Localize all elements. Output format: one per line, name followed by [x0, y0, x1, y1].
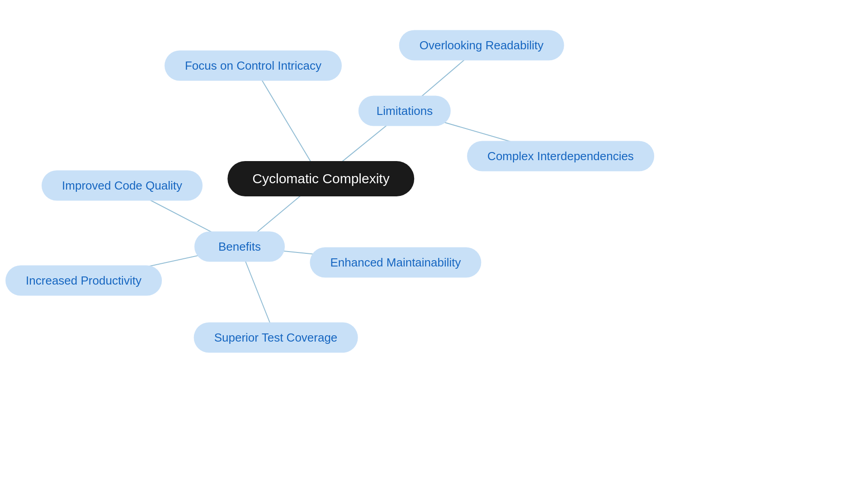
- superior-test-coverage-node: Superior Test Coverage: [194, 323, 358, 353]
- complex-interdependencies-node: Complex Interdependencies: [467, 141, 654, 171]
- focus-control-node: Focus on Control Intricacy: [165, 51, 342, 81]
- central-node: Cyclomatic Complexity: [227, 161, 414, 196]
- increased-productivity-node: Increased Productivity: [5, 266, 162, 296]
- benefits-node: Benefits: [194, 232, 285, 262]
- improved-code-quality-node: Improved Code Quality: [42, 171, 203, 201]
- connections-svg: [0, 0, 868, 490]
- enhanced-maintainability-node: Enhanced Maintainability: [310, 247, 481, 278]
- limitations-node: Limitations: [359, 96, 451, 126]
- overlooking-readability-node: Overlooking Readability: [399, 30, 564, 61]
- mind-map-container: Cyclomatic Complexity Limitations Benefi…: [0, 0, 868, 490]
